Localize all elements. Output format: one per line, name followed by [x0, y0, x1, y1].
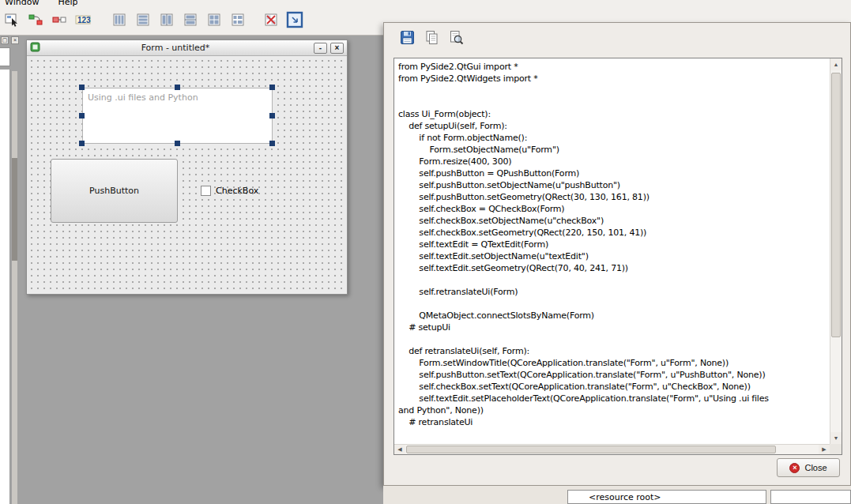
toolbar-separator	[251, 21, 258, 21]
edit-buddies-button[interactable]	[49, 10, 70, 31]
close-button-label: Close	[804, 463, 827, 472]
copy-icon	[424, 29, 440, 48]
selection-handle-mid-left[interactable]	[79, 113, 85, 118]
menu-help[interactable]: Help	[58, 0, 77, 7]
layout-vertically-button[interactable]	[133, 10, 153, 31]
resource-browser-strip: <resource root>	[383, 486, 851, 504]
widgetbox-panel	[0, 70, 10, 504]
layout-horizontally-icon	[111, 12, 127, 30]
textedit-placeholder: Using .ui files and Python	[88, 92, 198, 103]
selection-handle-mid-right[interactable]	[269, 113, 275, 118]
edit-tab-order-button[interactable]: 123	[73, 10, 93, 31]
save-button[interactable]	[397, 29, 416, 48]
edit-signals-slots-icon	[28, 12, 43, 30]
form-window-titlebar[interactable]: Form - untitled* - ×	[27, 40, 347, 56]
scroll-left-icon[interactable]: ◀	[394, 445, 405, 454]
edit-buddies-icon	[51, 12, 67, 30]
checkbox-indicator[interactable]	[201, 186, 211, 196]
layout-form-icon	[230, 12, 246, 30]
print-preview-icon	[448, 29, 465, 48]
horizontal-scrollbar-thumb[interactable]	[406, 446, 776, 453]
minimize-button[interactable]: -	[314, 43, 327, 54]
textedit-widget[interactable]: Using .ui files and Python	[82, 88, 273, 144]
close-window-button[interactable]: ×	[330, 43, 344, 54]
form-editor-window: Form - untitled* - × Using .ui files and…	[26, 39, 348, 295]
selection-handle-top-right[interactable]	[269, 85, 275, 90]
break-layout-icon	[263, 12, 279, 30]
layout-horizontally-button[interactable]	[109, 10, 130, 31]
edit-signals-slots-button[interactable]	[25, 10, 46, 31]
break-layout-button[interactable]	[261, 10, 281, 31]
selection-handle-bottom-right[interactable]	[269, 141, 275, 146]
scrollbar-corner	[830, 444, 842, 454]
save-icon	[399, 29, 416, 48]
close-dialog-button[interactable]: × Close	[777, 458, 840, 477]
edit-widgets-button[interactable]	[2, 10, 22, 31]
main-toolbar: 123	[2, 9, 305, 32]
form-canvas[interactable]: Using .ui files and Python PushButton Ch…	[27, 56, 347, 294]
resource-root-item[interactable]: <resource root>	[567, 490, 766, 504]
checkbox-label: CheckBox	[216, 186, 258, 196]
code-view[interactable]: from PySide2.QtGui import * from PySide2…	[393, 58, 842, 455]
scroll-down-icon[interactable]: ▼	[830, 432, 842, 444]
resource-root-label: <resource root>	[589, 492, 661, 502]
menu-window[interactable]: Window	[5, 0, 39, 7]
vertical-scrollbar[interactable]: ▲ ▼	[830, 58, 842, 444]
form-window-title: Form - untitled*	[40, 43, 311, 53]
horizontal-scrollbar[interactable]: ◀ ▶	[394, 444, 830, 454]
adjust-size-icon	[286, 11, 303, 31]
copy-button[interactable]	[422, 29, 441, 48]
pushbutton-widget[interactable]: PushButton	[51, 159, 178, 223]
layout-grid-icon	[206, 12, 222, 30]
adjust-size-button[interactable]	[284, 10, 305, 31]
close-icon: ×	[789, 463, 800, 473]
code-dialog-toolbar	[397, 29, 465, 48]
edit-tab-order-icon: 123	[75, 12, 91, 30]
checkbox-widget[interactable]: CheckBox	[201, 175, 281, 207]
selection-handle-bottom-left[interactable]	[79, 141, 85, 146]
toolbar-separator	[96, 21, 106, 21]
scroll-right-icon[interactable]: ▶	[819, 445, 830, 454]
widgetbox-filter-input[interactable]	[0, 47, 10, 66]
dock-close-icon[interactable]: ×	[11, 36, 19, 44]
edit-widgets-icon	[4, 12, 20, 30]
qt-designer-window: Window Help 123 ▢ ×	[0, 0, 851, 504]
widgetbox-scrollbar[interactable]	[12, 71, 17, 504]
svg-text:123: 123	[77, 15, 91, 24]
dock-float-icon[interactable]: ▢	[1, 36, 9, 44]
layout-horizontal-splitter-icon	[159, 12, 175, 30]
widgetbox-scrollbar-thumb[interactable]	[12, 158, 17, 261]
form-window-icon	[30, 42, 40, 55]
generated-code-text[interactable]: from PySide2.QtGui import * from PySide2…	[394, 58, 830, 444]
layout-vertical-splitter-icon	[183, 12, 198, 30]
layout-horizontal-splitter-button[interactable]	[156, 10, 177, 31]
layout-vertically-icon	[135, 12, 151, 30]
layout-grid-button[interactable]	[204, 10, 224, 31]
layout-form-button[interactable]	[228, 10, 248, 31]
layout-vertical-splitter-button[interactable]	[180, 10, 201, 31]
menubar: Window Help	[5, 0, 77, 7]
print-preview-button[interactable]	[446, 29, 465, 48]
resource-side-panel	[770, 490, 851, 504]
selection-handle-top-mid[interactable]	[175, 85, 180, 90]
dock-titlebar-controls: ▢ ×	[1, 36, 19, 44]
code-preview-dialog: from PySide2.QtGui import * from PySide2…	[383, 22, 851, 486]
selection-handle-bottom-mid[interactable]	[175, 141, 180, 146]
selection-handle-top-left[interactable]	[79, 85, 85, 90]
scroll-up-icon[interactable]: ▲	[830, 58, 842, 70]
vertical-scrollbar-thumb[interactable]	[831, 73, 841, 337]
